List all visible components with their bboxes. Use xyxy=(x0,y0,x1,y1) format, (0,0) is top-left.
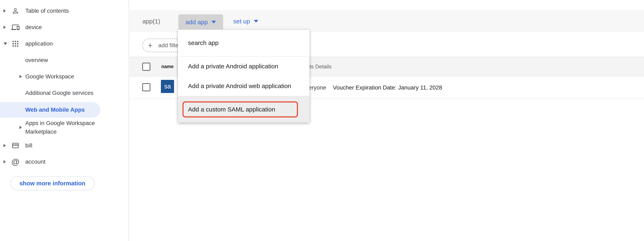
credit-card-icon xyxy=(11,141,20,150)
sidebar-item-additional-google-services[interactable]: Additional Google services xyxy=(0,87,129,99)
chevron-right-icon[interactable] xyxy=(4,144,6,147)
highlight-annotation-box: Add a custom SAML application xyxy=(182,101,298,117)
set-up-button-label: set up xyxy=(233,18,250,25)
apps-grid-icon xyxy=(11,40,20,48)
show-more-information-button[interactable]: show more information xyxy=(10,177,94,190)
sidebar-item-label: device xyxy=(25,23,116,32)
chevron-right-icon[interactable] xyxy=(4,26,6,29)
add-app-dropdown-menu: search app Add a private Android applica… xyxy=(178,30,310,123)
sidebar-item-label: Apps in Google Workspace Marketplace xyxy=(25,119,103,136)
column-header-details: nts Details xyxy=(306,57,332,76)
person-icon xyxy=(11,7,20,15)
sidebar-item-apps-in-marketplace[interactable]: Apps in Google Workspace Marketplace xyxy=(0,118,129,137)
set-up-button[interactable]: set up xyxy=(233,10,258,32)
sidebar-item-label: bill xyxy=(25,141,116,150)
select-all-checkbox[interactable] xyxy=(142,63,150,71)
sidebar-item-bill[interactable]: bill xyxy=(0,140,129,151)
sidebar-item-web-and-mobile-apps[interactable]: Web and Mobile Apps xyxy=(0,102,129,118)
chevron-right-icon[interactable] xyxy=(4,160,6,163)
sidebar-item-label: overview xyxy=(25,56,116,64)
add-app-button-label: add app xyxy=(186,19,208,26)
sidebar-item-account[interactable]: @ account xyxy=(0,156,129,168)
app-avatar: sa xyxy=(161,80,174,93)
menu-item-search-app[interactable]: search app xyxy=(178,30,310,56)
chevron-down-icon[interactable] xyxy=(4,42,7,45)
dropdown-caret-icon xyxy=(212,21,216,23)
sidebar-item-google-workspace[interactable]: Google Workspace xyxy=(0,71,129,82)
app-count-label: app(1) xyxy=(142,10,160,32)
sidebar-item-table-of-contents[interactable]: Table of contents xyxy=(0,5,129,17)
menu-item-private-android-app[interactable]: Add a private Android application xyxy=(178,56,310,76)
dropdown-caret-icon xyxy=(254,20,258,22)
admin-console-page: Table of contents device application ove… xyxy=(0,0,644,241)
sidebar-item-overview[interactable]: overview xyxy=(0,54,129,66)
sidebar-item-application[interactable]: application xyxy=(0,38,129,49)
devices-icon xyxy=(11,23,20,31)
column-header-name: name xyxy=(161,57,174,76)
row-checkbox[interactable] xyxy=(142,83,150,91)
sidebar-item-label: Web and Mobile Apps xyxy=(25,105,116,114)
details-cell: Voucher Expiration Date: January 11, 202… xyxy=(333,76,442,99)
sidebar-nav: Table of contents device application ove… xyxy=(0,0,129,241)
at-sign-icon: @ xyxy=(11,158,20,166)
menu-item-private-android-web-app[interactable]: Add a private Android web application xyxy=(178,76,310,96)
menu-item-label: Add a custom SAML application xyxy=(188,106,275,113)
sidebar-item-label: Google Workspace xyxy=(25,72,116,81)
chevron-right-icon[interactable] xyxy=(20,75,22,78)
plus-icon: + xyxy=(148,41,152,49)
add-filter-label: add filter xyxy=(158,42,180,49)
sidebar-item-device[interactable]: device xyxy=(0,21,129,33)
sidebar-item-label: account xyxy=(25,157,116,166)
sidebar-item-label: Additional Google services xyxy=(25,89,116,97)
sidebar-item-label: application xyxy=(25,39,116,48)
chevron-right-icon[interactable] xyxy=(20,126,22,129)
menu-item-custom-saml-app[interactable]: Add a custom SAML application xyxy=(178,96,310,123)
sidebar-item-label: Table of contents xyxy=(25,6,116,15)
add-app-button[interactable]: add app xyxy=(178,14,223,30)
chevron-right-icon[interactable] xyxy=(4,9,6,12)
